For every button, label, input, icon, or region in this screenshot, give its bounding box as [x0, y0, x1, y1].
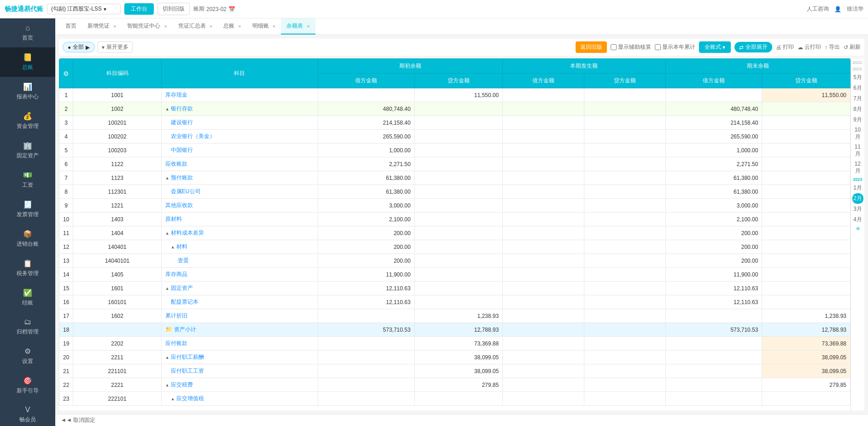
row-name[interactable]: ▲固定资产	[161, 282, 318, 295]
timeline-month-3[interactable]: 3月	[852, 204, 863, 214]
row-name[interactable]: ▲银行存款	[161, 102, 318, 116]
tab-new-voucher[interactable]: 新增凭证 ×	[82, 18, 122, 35]
account-link[interactable]: 壶属EU公司	[171, 188, 201, 195]
account-link[interactable]: 建设银行	[171, 119, 193, 126]
tab-close-smart-voucher[interactable]: ×	[164, 23, 167, 29]
annual-checkbox-input[interactable]	[655, 44, 661, 50]
account-link[interactable]: 应付职工工资	[171, 368, 204, 374]
expand-icon[interactable]: ▲	[165, 176, 169, 180]
row-name[interactable]: ▲应付职工薪酬	[161, 351, 318, 364]
sidebar-item-assets[interactable]: 🏢 固定资产	[0, 136, 55, 165]
row-name[interactable]: 壶属EU公司	[161, 185, 318, 199]
account-link[interactable]: 银行存款	[171, 105, 193, 112]
filter-nav-icon[interactable]: ▶	[86, 44, 90, 51]
row-name[interactable]: 应付职工工资	[161, 364, 318, 378]
full-style-button[interactable]: 全账式 ▾	[699, 41, 731, 53]
account-link[interactable]: 预付账款	[171, 174, 193, 181]
account-link[interactable]: 原材料	[165, 216, 182, 222]
expand-icon[interactable]: ▲	[165, 355, 169, 360]
expand-more-button[interactable]: ▾ 展开更多	[98, 41, 133, 53]
sidebar-item-ledger[interactable]: 📒 总账	[0, 47, 55, 77]
account-link[interactable]: 累计折旧	[165, 312, 187, 319]
timeline-month-5[interactable]: 5月	[852, 72, 863, 83]
show-annual-checkbox[interactable]: 显示本年累计	[655, 43, 695, 51]
sidebar-item-purchase[interactable]: 📦 进销台账	[0, 224, 55, 253]
tab-close-ledger[interactable]: ×	[238, 23, 241, 29]
account-link[interactable]: 应交税费	[171, 381, 193, 388]
sidebar-item-tax[interactable]: 📋 税务管理	[0, 253, 55, 283]
tab-voucher-summary[interactable]: 凭证汇总表 ×	[173, 18, 218, 35]
tab-close-balance[interactable]: ×	[307, 23, 309, 29]
show-auxiliary-checkbox[interactable]: 显示辅助核算	[611, 43, 651, 51]
account-link[interactable]: 应收账款	[165, 161, 187, 167]
account-link[interactable]: 应付账款	[165, 340, 187, 346]
consult-label[interactable]: 人工咨询	[807, 5, 829, 13]
expand-icon[interactable]: ▲	[165, 107, 169, 111]
expand-icon[interactable]: ▲	[165, 383, 169, 387]
row-name[interactable]: 其他应收款	[161, 199, 318, 213]
cloud-print-button[interactable]: ☁ 云打印	[798, 43, 821, 51]
sidebar-item-member[interactable]: V 畅会员	[0, 400, 55, 426]
return-old-button[interactable]: 返回旧版	[576, 41, 607, 53]
timeline-month-1[interactable]: 1月	[852, 183, 863, 193]
expand-icon[interactable]: ▲	[171, 397, 175, 401]
workbench-button[interactable]: 工作台	[124, 3, 154, 15]
sidebar-item-guide[interactable]: 🎯 新手引导	[0, 371, 55, 400]
timeline-month-8[interactable]: 8月	[852, 104, 863, 115]
sidebar-item-reports[interactable]: 📊 报表中心	[0, 77, 55, 106]
row-name[interactable]: 原材料	[161, 213, 318, 226]
row-name[interactable]: 库存现金	[161, 88, 318, 102]
company-select[interactable]: (勾副) 江西股宝-LSS ▾	[47, 4, 121, 14]
tab-ledger[interactable]: 总账 ×	[218, 18, 246, 35]
row-name[interactable]: ▲材料	[161, 240, 318, 254]
export-button[interactable]: ↑ 导出	[825, 43, 840, 51]
row-name[interactable]: 应付账款	[161, 337, 318, 351]
account-link[interactable]: 应交增值税	[176, 395, 204, 402]
timeline-month-9[interactable]: 9月	[852, 115, 863, 125]
row-name[interactable]: ▲材料成本差异	[161, 226, 318, 240]
filter-all-tag[interactable]: ● 全部 ▶	[63, 42, 95, 52]
row-name[interactable]: ▲应交增值税	[161, 392, 318, 406]
switch-version-button[interactable]: 切到旧版	[157, 3, 190, 15]
unpin-label[interactable]: ◄◄ 取消固定	[61, 416, 95, 424]
expand-icon[interactable]: ▲	[165, 286, 169, 291]
timeline-expand-btn[interactable]: ⊕	[855, 225, 861, 232]
row-name[interactable]: 累计折旧	[161, 309, 318, 323]
tab-close-voucher-summary[interactable]: ×	[210, 23, 212, 29]
refresh-button[interactable]: ↺ 刷新	[844, 43, 861, 51]
expand-icon[interactable]: ▲	[171, 245, 175, 249]
timeline-month-6[interactable]: 6月	[852, 83, 863, 93]
row-name[interactable]: 配提票记本	[161, 295, 318, 309]
timeline-month-4[interactable]: 4月	[852, 214, 863, 225]
row-name[interactable]: 建设银行	[161, 116, 318, 130]
timeline-month-2[interactable]: 2月	[852, 193, 863, 204]
tab-close-new-voucher[interactable]: ×	[113, 23, 116, 29]
account-link[interactable]: 固定资产	[171, 285, 193, 291]
row-name[interactable]: 库存商品	[161, 268, 318, 282]
account-link[interactable]: 农业银行（美金）	[171, 133, 215, 139]
sidebar-item-settlement[interactable]: ✅ 结账	[0, 283, 55, 312]
account-link[interactable]: 其他应收款	[165, 202, 193, 208]
sidebar-item-payroll[interactable]: 💵 工资	[0, 165, 55, 195]
account-link[interactable]: 材料	[176, 243, 187, 250]
sidebar-item-home[interactable]: ⌂ 首页	[0, 18, 55, 47]
expand-all-toggle[interactable]: ⇄ 全部展开	[734, 42, 772, 52]
row-name[interactable]: 中国银行	[161, 144, 318, 157]
account-link[interactable]: 库存现金	[165, 92, 187, 98]
sidebar-item-archive[interactable]: 🗂 归档管理	[0, 312, 55, 341]
account-link[interactable]: 库存商品	[165, 271, 187, 277]
timeline-month-7[interactable]: 7月	[852, 93, 863, 104]
sidebar-item-capital[interactable]: 💰 资金管理	[0, 106, 55, 136]
tab-close-detail[interactable]: ×	[273, 23, 275, 29]
sidebar-item-invoice[interactable]: 🧾 发票管理	[0, 195, 55, 224]
tab-balance[interactable]: 余额表 ×	[281, 18, 315, 35]
tab-detail[interactable]: 明细账 ×	[247, 18, 281, 35]
row-name[interactable]: 农业银行（美金）	[161, 130, 318, 144]
account-link[interactable]: 壹蛋	[178, 257, 189, 264]
calendar-icon[interactable]: 📅	[228, 6, 235, 12]
col-config[interactable]: ⚙	[59, 59, 73, 88]
row-name[interactable]: 应收账款	[161, 157, 318, 171]
expand-icon[interactable]: ▲	[165, 231, 169, 236]
timeline-month-11[interactable]: 11月	[852, 142, 863, 159]
row-name[interactable]: ▲应交税费	[161, 378, 318, 392]
